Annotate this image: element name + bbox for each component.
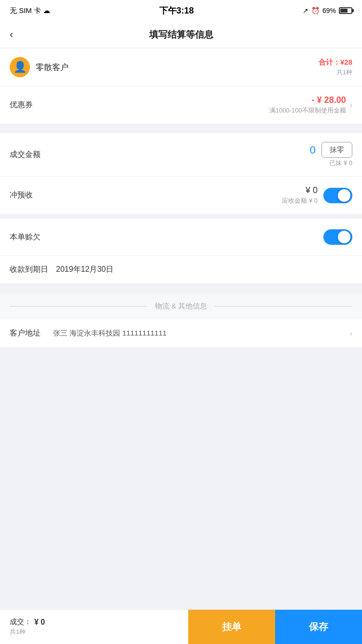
transaction-label: 成交金额 (10, 150, 48, 160)
separator-1 (0, 128, 362, 133)
sim-label: 无 SIM 卡 ☁ (10, 6, 50, 15)
address-row[interactable]: 客户地址 张三 海淀永丰科技园 11111111111 › (0, 320, 362, 347)
duedate-row: 收款到期日 2019年12月30日 (0, 255, 362, 283)
battery-icon (339, 7, 352, 14)
precollect-right: ¥ 0 应收金额 ¥ 0 (282, 185, 352, 205)
location-icon: ↗ (303, 7, 308, 14)
bottom-summary: 成交： ¥ 0 共1种 (0, 617, 188, 636)
precollect-toggle[interactable] (323, 188, 352, 203)
precollect-amounts: ¥ 0 应收金额 ¥ 0 (282, 185, 318, 205)
nav-bar: ‹ 填写结算等信息 (0, 21, 362, 48)
coupon-label: 优惠券 (10, 100, 33, 110)
address-label: 客户地址 (10, 328, 48, 338)
transaction-amount[interactable]: 0 (310, 144, 316, 156)
duedate-value: 2019年12月30日 (56, 265, 113, 275)
coupon-discount: - ¥ 28.00 (269, 95, 346, 105)
precollect-amount: ¥ 0 (282, 185, 318, 196)
status-time: 下午3:18 (159, 5, 194, 16)
debt-section: 本单赊欠 收款到期日 2019年12月30日 (0, 219, 362, 283)
page-title: 填写结算等信息 (149, 28, 213, 41)
bottom-deal-amount: ¥ 0 (34, 618, 45, 627)
customer-name: 零散客户 (36, 62, 69, 73)
status-left: 无 SIM 卡 ☁ (10, 6, 50, 15)
save-button[interactable]: 保存 (275, 610, 362, 644)
logistics-label: 物流 & 其他信息 (155, 302, 207, 311)
coupon-description: 满1000-100不限制使用金额 (269, 106, 346, 115)
transaction-section: 成交金额 0 抹零 已抹 ¥ 0 冲预收 ¥ 0 应收金额 ¥ 0 (0, 133, 362, 214)
separator-3 (0, 288, 362, 293)
transaction-amount-row: 0 抹零 (310, 142, 352, 158)
transaction-right: 0 抹零 已抹 ¥ 0 (310, 142, 352, 168)
transaction-row: 成交金额 0 抹零 已抹 ¥ 0 (0, 133, 362, 177)
customer-section: 👤 零散客户 合计：¥28 共1种 优惠券 - ¥ 28.00 满1000-10… (0, 48, 362, 124)
back-button[interactable]: ‹ (10, 29, 13, 40)
debt-label: 本单赊欠 (10, 232, 41, 242)
bottom-bar: 成交： ¥ 0 共1种 挂单 保存 (0, 609, 362, 644)
coupon-info: - ¥ 28.00 满1000-100不限制使用金额 (269, 95, 346, 115)
precollect-sub: 应收金额 ¥ 0 (282, 196, 318, 205)
status-right: ↗ ⏰ 69% (303, 7, 352, 14)
customer-row: 👤 零散客户 合计：¥28 共1种 (0, 48, 362, 86)
chevron-right-icon: › (350, 101, 352, 110)
coupon-right: - ¥ 28.00 满1000-100不限制使用金额 › (269, 95, 352, 115)
logistics-section: 物流 & 其他信息 客户地址 张三 海淀永丰科技园 11111111111 › (0, 293, 362, 347)
round-button[interactable]: 抹零 (321, 142, 352, 158)
address-value: 张三 海淀永丰科技园 11111111111 (53, 329, 350, 338)
total-count: 共1种 (319, 68, 352, 77)
debt-row: 本单赊欠 (0, 219, 362, 255)
precollect-label: 冲预收 (10, 190, 48, 200)
total-amount-label: 合计：¥28 (319, 58, 352, 67)
logistics-divider: 物流 & 其他信息 (0, 293, 362, 320)
customer-left: 👤 零散客户 (10, 57, 69, 77)
debt-toggle[interactable] (323, 229, 352, 245)
status-bar: 无 SIM 卡 ☁ 下午3:18 ↗ ⏰ 69% (0, 0, 362, 21)
address-chevron-icon: › (350, 329, 352, 338)
precollect-row: 冲预收 ¥ 0 应收金额 ¥ 0 (0, 177, 362, 214)
divider-line-left (10, 306, 147, 307)
transaction-sub: 已抹 ¥ 0 (310, 159, 352, 168)
avatar: 👤 (10, 57, 30, 77)
coupon-row[interactable]: 优惠券 - ¥ 28.00 满1000-100不限制使用金额 › (0, 86, 362, 124)
duedate-label: 收款到期日 (10, 265, 48, 275)
separator-2 (0, 214, 362, 219)
bottom-count: 共1种 (10, 628, 179, 636)
bottom-deal-label: 成交： (10, 617, 31, 627)
battery-percent: 69% (322, 7, 336, 14)
bottom-deal-row: 成交： ¥ 0 (10, 617, 179, 627)
alarm-icon: ⏰ (311, 7, 320, 14)
hang-button[interactable]: 挂单 (188, 610, 275, 644)
customer-total: 合计：¥28 共1种 (319, 58, 352, 77)
bottom-spacer (0, 347, 362, 382)
divider-line-right (215, 306, 352, 307)
